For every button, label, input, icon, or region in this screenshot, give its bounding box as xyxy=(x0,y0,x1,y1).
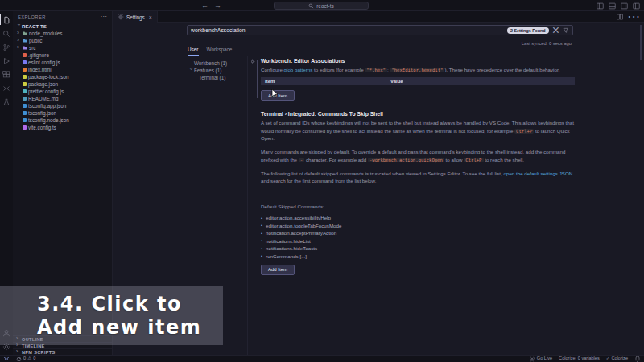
command-center-search[interactable]: react-ts xyxy=(274,2,369,10)
chevron-right-icon: › xyxy=(17,38,21,43)
file-icon xyxy=(23,118,27,122)
setting-editor-associations: Workbench: Editor Associations Configure… xyxy=(251,58,575,101)
source-control-icon[interactable] xyxy=(0,40,13,54)
list-item: •runCommands [...] xyxy=(261,252,575,260)
toc-item-features[interactable]: ›Features (1) xyxy=(188,67,246,74)
explorer-icon[interactable] xyxy=(0,13,13,27)
bullet-icon: • xyxy=(261,246,262,251)
filter-funnel-icon[interactable] xyxy=(563,27,569,34)
settings-search-input[interactable] xyxy=(191,27,504,33)
mouse-cursor xyxy=(271,89,279,99)
setting-commands-to-skip-shell: Terminal › Integrated: Commands To Skip … xyxy=(251,111,575,275)
file-icon xyxy=(23,125,27,130)
setting-description: Configure glob patterns to editors (for … xyxy=(261,66,575,73)
file-icon xyxy=(23,97,27,101)
testing-flask-icon[interactable] xyxy=(0,95,13,109)
tree-item-file[interactable]: tsconfig.node.json xyxy=(13,117,112,124)
tree-item-file[interactable]: package.json xyxy=(13,80,112,88)
errors-icon xyxy=(16,356,22,362)
problems-indicator[interactable]: 0 ⚠ 0 xyxy=(16,356,35,362)
chevron-right-icon: › xyxy=(17,45,21,51)
file-icon xyxy=(23,82,27,86)
settings-scope-tabs: User Workspace xyxy=(188,47,232,56)
extensions-icon[interactable] xyxy=(0,68,13,81)
tree-item-file[interactable]: prettier.config.js xyxy=(13,88,112,95)
customize-layout-icon[interactable] xyxy=(633,2,640,10)
scrollbar-thumb[interactable] xyxy=(640,25,642,60)
chevron-right-icon: › xyxy=(17,31,21,36)
file-icon xyxy=(23,53,27,57)
file-icon xyxy=(23,104,27,108)
history-nav: ← → xyxy=(201,0,221,11)
notifications-bell-icon[interactable] xyxy=(634,356,641,362)
tree-item-file[interactable]: tsconfig.json xyxy=(13,109,112,117)
tree-item-file[interactable]: index.html xyxy=(13,66,112,73)
tab-settings[interactable]: Settings × xyxy=(113,11,158,23)
search-view-icon[interactable] xyxy=(0,27,13,40)
glob-patterns-link[interactable]: glob patterns xyxy=(284,67,313,72)
project-root-row[interactable]: › REACT-TS xyxy=(13,23,112,30)
file-icon xyxy=(23,60,27,64)
associations-table-header: Item Value xyxy=(261,77,575,85)
tab-bar: Settings × ⋯ xyxy=(113,11,644,23)
setting-focus-indicator xyxy=(257,60,258,98)
remote-explorer-icon[interactable] xyxy=(0,81,13,95)
npm-scripts-section-header[interactable]: ›NPM SCRIPTS xyxy=(13,348,112,355)
setting-title: Terminal › Integrated: Commands To Skip … xyxy=(261,111,575,117)
warnings-icon: ⚠ xyxy=(27,356,31,361)
tree-item-file[interactable]: eslint.config.js xyxy=(13,59,112,66)
list-item: •notifications.hideList xyxy=(261,237,575,245)
toc-divider xyxy=(247,56,248,355)
settings-list: Workbench: Editor Associations Configure… xyxy=(251,58,575,355)
command-center-label: react-ts xyxy=(316,3,334,9)
setting-manage-gear-icon[interactable] xyxy=(251,59,255,64)
layout-controls xyxy=(597,0,640,11)
bullet-icon: • xyxy=(261,253,262,258)
close-tab-icon[interactable]: × xyxy=(149,14,152,20)
tree-item-file[interactable]: package-lock.json xyxy=(13,73,112,80)
broadcast-icon xyxy=(529,356,535,362)
run-debug-icon[interactable] xyxy=(0,54,13,68)
toc-item-terminal[interactable]: Terminal (1) xyxy=(188,74,246,81)
vscode-window: ← → react-ts EXPLORER ⋯ xyxy=(0,0,644,362)
setting-description-paragraph: A set of command IDs whose keybindings w… xyxy=(261,119,575,142)
list-item: •notification.acceptPrimaryAction xyxy=(261,229,575,237)
tutorial-caption-overlay: 3.4. Click to Add new item xyxy=(0,286,223,345)
toggle-sidebar-icon[interactable] xyxy=(597,2,604,10)
settings-toc: Workbench (1) ›Features (1) Terminal (1) xyxy=(188,60,246,81)
explorer-title: EXPLORER xyxy=(18,14,46,19)
tree-item-file[interactable]: vite.config.ts xyxy=(13,124,112,131)
toggle-secondary-sidebar-icon[interactable] xyxy=(621,2,628,10)
tree-item-file[interactable]: .gitignore xyxy=(13,51,112,59)
caption-line-2: Add new item xyxy=(37,316,223,339)
add-item-button-2[interactable]: Add Item xyxy=(261,265,295,275)
colorize-toggle[interactable]: ✓ Colorize xyxy=(606,356,628,361)
project-root-label: REACT-TS xyxy=(22,23,47,29)
forward-button[interactable]: → xyxy=(214,2,221,10)
tree-item-folder[interactable]: ›public xyxy=(13,37,112,44)
remote-indicator-icon[interactable] xyxy=(3,356,10,362)
bullet-icon: • xyxy=(261,238,262,243)
back-button[interactable]: ← xyxy=(201,2,208,10)
list-item: •notifications.hideToasts xyxy=(261,245,575,253)
go-live-button[interactable]: Go Live xyxy=(529,356,552,362)
toc-item-workbench[interactable]: Workbench (1) xyxy=(188,60,246,67)
scope-tab-user[interactable]: User xyxy=(188,47,199,56)
default-skipped-commands-title: Default Skipped Commands: xyxy=(261,203,575,210)
tab-label: Settings xyxy=(126,14,145,20)
chevron-down-icon: › xyxy=(188,68,193,72)
toggle-panel-icon[interactable] xyxy=(609,2,616,10)
tree-item-folder[interactable]: ›node_modules xyxy=(13,30,112,37)
colorize-variables-status[interactable]: Colorize: 0 variables xyxy=(559,356,600,361)
settings-found-badge: 2 Settings Found xyxy=(507,27,549,34)
file-icon xyxy=(23,111,27,115)
column-header-item: Item xyxy=(261,77,386,85)
split-editor-icon[interactable] xyxy=(617,14,623,20)
scope-tab-workspace[interactable]: Workspace xyxy=(207,47,233,56)
bullet-icon: • xyxy=(261,231,262,236)
tree-item-file[interactable]: README.md xyxy=(13,95,112,102)
tree-item-folder[interactable]: ›src xyxy=(13,44,112,51)
tree-item-file[interactable]: tsconfig.app.json xyxy=(13,102,112,109)
open-default-settings-json-link[interactable]: open the default settings JSON xyxy=(504,171,573,176)
chevron-right-icon: › xyxy=(16,349,20,355)
